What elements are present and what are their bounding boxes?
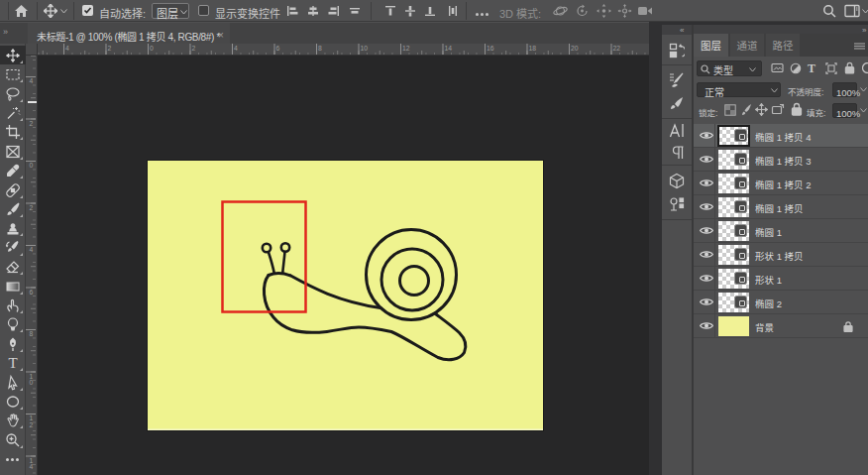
svg-text:T: T <box>8 355 17 371</box>
